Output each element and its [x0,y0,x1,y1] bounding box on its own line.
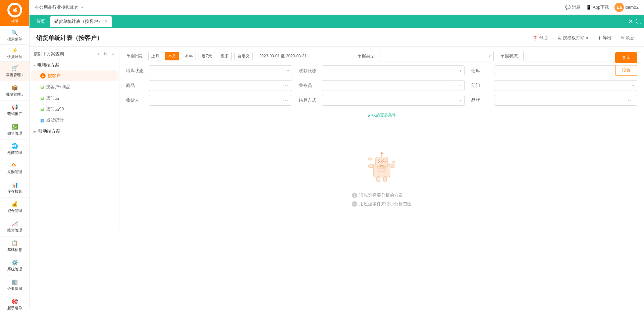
plan-group-mobile-title[interactable]: ▶ 移动端方案 [30,126,119,136]
date-quick-buttons: 上月 本月 本年 近7天 更多 自定义 [148,52,253,60]
refresh-button[interactable]: ↻ 刷新 [618,34,637,42]
message-label: 消息 [572,4,581,10]
receipt-status-input[interactable]: ▾ [322,65,465,76]
sidebar-item-operations[interactable]: 📈 经营管理 [0,217,29,237]
settlement-input[interactable]: ▾ [322,95,465,106]
svg-point-18 [392,161,395,163]
tip-1-num: 1 [352,193,357,198]
plan-add-icon[interactable]: + [96,51,100,57]
tab-close-icon[interactable]: ✕ [104,19,108,24]
newbie-label: 新手引导 [7,306,22,310]
message-button[interactable]: 💬 消息 [565,4,581,10]
help-button[interactable]: ❓ 帮助 [530,34,550,42]
print-dropdown-icon[interactable]: ▾ [586,36,588,41]
sidebar-item-purchase[interactable]: 🛍 采购管理 [0,159,29,178]
filter-field-receiver: 收货人 ··· [126,95,292,106]
filter-row-3: 商品 ··· 业务员 ··· [126,80,637,91]
brand-input[interactable]: ··· [494,95,637,106]
plan-item-by-customer-goods[interactable]: ⊞ 按客户+商品 [31,82,118,92]
tip-1-text: 请先选择要分析的方案 [359,191,403,200]
maximize-icon[interactable]: ⛶ [636,18,641,24]
out-status-input[interactable]: ▾ [149,65,292,76]
system-icon: ⚙️ [11,259,18,266]
sidebar-item-enterprise[interactable]: 🏢 企业协同 [0,275,29,295]
sidebar-item-finance[interactable]: 💰 资金管理 [0,198,29,217]
sidebar-item-marketing[interactable]: 📢 营销推广 [0,101,29,120]
avatar: Ea [614,3,624,12]
topbar: 办公用品行业模拟账套 ▾ 💬 消息 📱 App下载 Ea demo2 [30,0,644,15]
department-input[interactable]: ▾ [494,80,637,91]
svg-rect-10 [368,165,374,167]
date-range-text: 2023-03-01 至 2023-03-31 [259,54,307,58]
date-btn-this-year[interactable]: 本年 [182,52,196,60]
sidebar-item-system[interactable]: ⚙️ 系统管理 [0,256,29,275]
department-arrow-icon: ▾ [632,84,634,88]
wholesale-label: 批发管理 ▴ [6,92,23,97]
plan-item-bar-icon: ▦ [40,118,44,123]
type-input[interactable]: ▾ [380,51,494,61]
tab-sales-stat[interactable]: 销货单统计表（按客户） ✕ [50,16,112,27]
retail-icon: 🛒 [11,65,18,71]
date-btn-7days[interactable]: 近7天 [199,52,215,60]
plan-item-by-goods-label: 按商品 [46,95,59,101]
svg-point-17 [368,157,372,160]
sidebar-item-inventory[interactable]: 📊 库存核算 [0,178,29,198]
finance-label: 资金管理 [7,208,22,213]
goods-label: 商品 [126,83,146,89]
sidebar-logo[interactable]: 畅 标版 [0,0,29,26]
goods-input[interactable]: ··· [149,80,292,91]
date-label: 单据日期 [126,53,146,59]
tab-home[interactable]: 首页 [32,16,49,27]
sidebar-item-basic[interactable]: 📋 基础信息 [0,237,29,256]
sidebar-item-sales[interactable]: 💹 销售管理 [0,120,29,140]
topbar-title: 办公用品行业模拟账套 [35,4,78,10]
plan-item-table-icon-2: ⊞ [40,96,44,101]
plan-group-mobile-label: 移动端方案 [38,128,60,134]
receiver-input[interactable]: ··· [149,95,292,106]
date-btn-more[interactable]: 更多 [218,52,232,60]
purchase-icon: 🛍 [12,162,17,168]
topbar-dropdown-arrow[interactable]: ▾ [81,5,83,10]
filter-row-2: 出库状态 ▾ 收款状态 ▾ [126,65,637,76]
page-title: 销货单统计表（按客户） [36,34,103,42]
plan-group-desktop-title[interactable]: ▾ 电脑端方案 [30,60,119,70]
plan-collapse-icon[interactable]: « [111,51,115,57]
close-window-icon[interactable]: ✕ [628,18,633,25]
plan-item-by-customer[interactable]: ● 按客户 [31,70,118,81]
sidebar-search[interactable]: 🔍 搜索菜单 [0,26,29,45]
sidebar-item-retail[interactable]: 🛒 零售管理 ▾ [0,62,29,81]
svg-rect-11 [390,165,395,167]
collapse-label: 收起更多条件 [372,112,396,118]
sidebar-item-ecommerce[interactable]: 🌐 电商管理 [0,140,29,159]
export-button[interactable]: ⬇ 导出 [595,34,614,42]
plan-item-by-return[interactable]: ▦ 退货统计 [31,115,118,125]
sidebar-search-label: 搜索菜单 [0,37,29,42]
plan-item-by-goods-99[interactable]: ⊞ 按商品99 [31,104,118,114]
date-btn-prev-month[interactable]: 上月 [148,52,162,60]
plan-refresh-icon[interactable]: ↻ [103,51,108,57]
salesman-input[interactable]: ··· [322,80,465,91]
collapse-bar[interactable]: ∧ 收起更多条件 [126,110,637,121]
settings-button[interactable]: 设置 [615,65,637,76]
app-download-button[interactable]: 📱 App下载 [586,4,609,10]
plan-item-by-goods[interactable]: ⊞ 按商品 [31,93,118,103]
operations-icon: 📈 [11,220,18,227]
date-btn-this-month[interactable]: 本月 [165,52,179,60]
logo-icon: 畅 [7,3,22,17]
print-label: 按模板打印 [563,35,585,41]
goods-dots-icon: ··· [282,83,289,89]
date-btn-custom[interactable]: 自定义 [234,52,253,60]
sidebar-item-wholesale[interactable]: 📦 批发管理 ▴ [0,81,29,101]
operations-label: 经营管理 [7,228,22,233]
user-profile[interactable]: Ea demo2 [614,3,639,12]
plan-item-table-icon-1: ⊞ [40,85,44,90]
sales-label: 销售管理 [7,131,22,136]
sidebar-item-newbie[interactable]: 🎯 新手引导 [0,295,29,310]
sidebar-nav[interactable]: ⚡ 快捷导航 [0,45,29,62]
basic-label: 基础信息 [7,247,22,252]
plan-sidebar: 按以下方案查询 + ↻ « ▾ 电脑端方案 ● 按客户 [30,47,119,228]
print-button[interactable]: 🖨 按模板打印 ▾ [554,34,591,42]
user-name: demo2 [625,5,639,10]
tabbar: 首页 销货单统计表（按客户） ✕ ✕ ⛶ [30,15,644,28]
query-button[interactable]: 查询 [615,52,637,63]
